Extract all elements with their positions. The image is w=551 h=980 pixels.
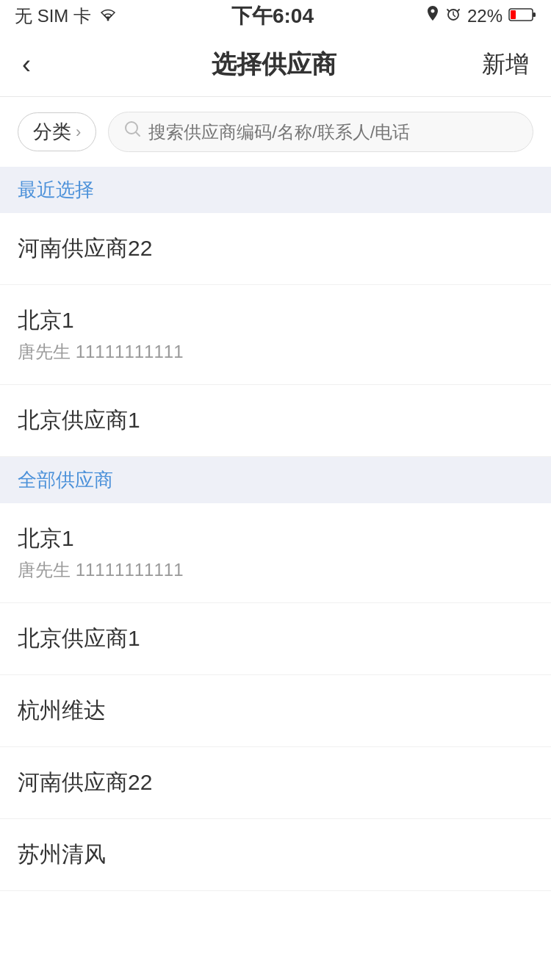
alarm-icon — [445, 6, 461, 26]
chevron-right-icon: › — [76, 123, 81, 142]
recent-section-header: 最近选择 — [0, 167, 551, 213]
all-section-label: 全部供应商 — [18, 469, 113, 491]
status-left: 无 SIM 卡 — [15, 4, 119, 28]
list-item[interactable]: 杭州维达 — [0, 675, 551, 747]
recent-items-list: 河南供应商22 北京1 唐先生 11111111111 北京供应商1 — [0, 213, 551, 457]
item-name: 杭州维达 — [18, 696, 533, 726]
wifi-icon — [97, 6, 119, 26]
list-item[interactable]: 北京供应商1 — [0, 385, 551, 457]
list-item[interactable]: 河南供应商22 — [0, 213, 551, 285]
item-name: 河南供应商22 — [18, 234, 533, 264]
list-item[interactable]: 北京供应商1 — [0, 603, 551, 675]
item-sub: 唐先生 11111111111 — [18, 558, 533, 582]
svg-point-0 — [107, 19, 109, 21]
item-name: 北京供应商1 — [18, 624, 533, 654]
battery-icon — [508, 6, 536, 26]
nav-title: 选择供应商 — [212, 48, 336, 82]
all-section-header: 全部供应商 — [0, 457, 551, 503]
item-name: 北京1 — [18, 306, 533, 336]
category-filter-button[interactable]: 分类 › — [18, 112, 96, 151]
list-item[interactable]: 河南供应商22 — [0, 747, 551, 819]
list-item[interactable]: 北京1 唐先生 11111111111 — [0, 285, 551, 385]
status-right: 22% — [426, 6, 536, 26]
item-sub: 唐先生 11111111111 — [18, 340, 533, 364]
item-name: 北京1 — [18, 524, 533, 554]
list-item[interactable]: 苏州清风 — [0, 819, 551, 891]
category-label: 分类 — [33, 119, 71, 145]
status-bar: 无 SIM 卡 下午6:04 22% — [0, 0, 551, 32]
no-sim-text: 无 SIM 卡 — [15, 4, 91, 28]
battery-percent: 22% — [467, 6, 503, 26]
item-name: 北京供应商1 — [18, 406, 533, 436]
svg-rect-3 — [533, 12, 536, 17]
search-input[interactable] — [148, 122, 518, 143]
list-item[interactable]: 北京1 唐先生 11111111111 — [0, 503, 551, 603]
recent-section-label: 最近选择 — [18, 179, 94, 201]
status-time: 下午6:04 — [231, 2, 314, 30]
location-icon — [426, 6, 439, 26]
search-icon — [123, 120, 143, 144]
back-button[interactable]: ‹ — [22, 49, 66, 80]
item-name: 河南供应商22 — [18, 768, 533, 798]
new-action-button[interactable]: 新增 — [482, 48, 529, 81]
item-name: 苏州清风 — [18, 840, 533, 870]
nav-bar: ‹ 选择供应商 新增 — [0, 32, 551, 97]
all-items-list: 北京1 唐先生 11111111111 北京供应商1 杭州维达 河南供应商22 … — [0, 503, 551, 891]
svg-rect-4 — [511, 10, 516, 19]
search-container — [108, 112, 533, 152]
filter-bar: 分类 › — [0, 97, 551, 167]
